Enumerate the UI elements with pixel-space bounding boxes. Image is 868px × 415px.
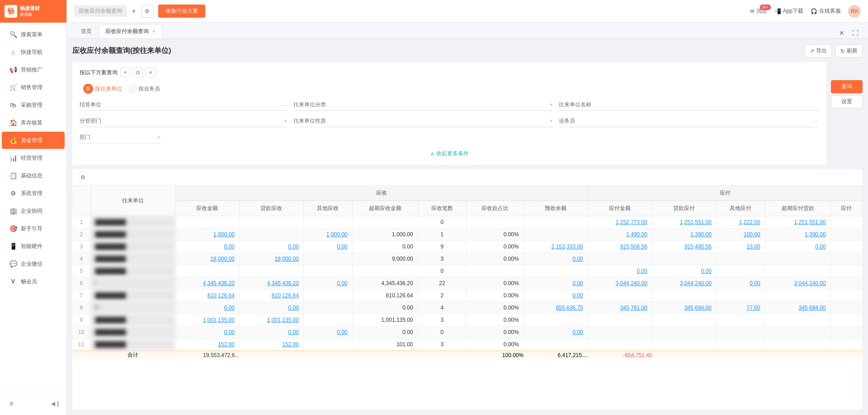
table-cell[interactable]: 915,495.56 [652, 241, 716, 253]
filter-group-partner[interactable]: 按 按往来单位 [80, 82, 126, 95]
filter-field-dept[interactable]: 分管部门 ▼ [80, 115, 288, 127]
filter-field-partner-name[interactable]: 往来单位名称 [559, 99, 819, 111]
table-cell[interactable]: 1,001,135.00 [239, 314, 303, 326]
export-button[interactable]: ↗ 导出 [805, 44, 832, 57]
table-cell[interactable]: 0.00 [524, 253, 588, 265]
topbar-dropdown-icon[interactable]: ▼ [131, 8, 137, 14]
sidebar-item-inventory[interactable]: 🏠 库存核算 [2, 114, 65, 131]
table-cell[interactable]: 915,508.56 [588, 241, 652, 253]
table-cell[interactable]: 1,251,551.00 [765, 216, 830, 229]
table-cell[interactable]: 0.00 [716, 277, 765, 290]
sidebar-item-vip[interactable]: V 畅会员 [2, 273, 65, 290]
user-avatar[interactable]: Rit [848, 5, 861, 18]
sidebar-item-finance[interactable]: 💰 资金管理 [2, 132, 65, 149]
tab-maximize-button[interactable]: ⛶ [850, 28, 861, 38]
messages-button[interactable]: ✉ 消息 99+ [750, 7, 767, 15]
table-cell[interactable]: 0.00 [239, 241, 303, 253]
filter-field-settlement[interactable]: 结算单位 ··· [80, 99, 288, 111]
total-rcv-loan [239, 351, 303, 359]
table-cell[interactable]: 3,044,240.00 [652, 277, 716, 290]
table-cell[interactable]: 3,044,240.00 [588, 277, 652, 290]
topbar-gear-button[interactable]: ⚙ [141, 5, 154, 18]
table-settings-icon[interactable]: ⚙ [78, 172, 88, 182]
user-name: Rit [851, 8, 858, 14]
sidebar-item-guide[interactable]: 🎯 新手引导 [2, 220, 65, 237]
table-cell[interactable]: 1,390.00 [765, 229, 830, 241]
solution-button[interactable]: 体验行业方案 [158, 5, 205, 18]
table-cell[interactable]: 810,126.64 [175, 290, 239, 302]
table-cell[interactable]: 0.00 [175, 326, 239, 339]
online-service-button[interactable]: 🎧 在线客服 [811, 7, 841, 15]
sidebar-item-management[interactable]: 📊 经营管理 [2, 149, 65, 167]
table-cell[interactable]: 77.00 [716, 302, 765, 314]
filter-group-salesperson[interactable]: ○ 按业务员 [126, 82, 164, 95]
table-cell[interactable]: 0.00 [652, 265, 716, 277]
sidebar-item-purchase[interactable]: 🛍 采购管理 [2, 96, 65, 114]
table-cell[interactable]: 0.00 [765, 241, 830, 253]
table-cell[interactable]: 1,000.00 [175, 229, 239, 241]
filter-field-department[interactable]: 部门 ▼ [80, 132, 161, 143]
refresh-button[interactable]: ↻ 刷新 [835, 44, 863, 57]
filter-field-partner-category[interactable]: 往来单位分类 ▼ [293, 99, 554, 111]
filter-field-partner-nature[interactable]: 往来单位性质 ▼ [293, 115, 554, 127]
table-cell[interactable]: 0.00 [524, 277, 588, 290]
filter-collapse-button[interactable]: ∧ 收起更多条件 [80, 148, 819, 159]
table-cell[interactable]: 1,490.00 [588, 229, 652, 241]
table-cell [830, 326, 862, 339]
table-cell[interactable]: 0.00 [303, 241, 352, 253]
tab-close-window-button[interactable]: ✕ [836, 28, 847, 38]
tab-home[interactable]: 首页 [74, 24, 99, 38]
filter-collapse-button[interactable]: « [146, 67, 156, 77]
table-cell[interactable]: 655,636.75 [524, 302, 588, 314]
table-cell[interactable]: 2,153,333.00 [524, 241, 588, 253]
app-download-button[interactable]: 📲 App下载 [774, 7, 803, 15]
table-cell[interactable]: 1,390.00 [652, 229, 716, 241]
table-cell[interactable]: 4,345,436.20 [175, 277, 239, 290]
table-cell[interactable]: 0.00 [303, 326, 352, 339]
sidebar-item-system[interactable]: ⚙ 系统管理 [2, 185, 65, 202]
table-cell[interactable]: 3,044,240.00 [765, 277, 830, 290]
table-cell[interactable]: 0.00 [303, 277, 352, 290]
tab-close-button[interactable]: × [151, 29, 156, 34]
table-cell[interactable]: 18,000.00 [239, 253, 303, 265]
table-cell[interactable]: 345,684.00 [652, 302, 716, 314]
table-cell[interactable]: 1,001,135.00 [175, 314, 239, 326]
sidebar-item-wechat[interactable]: 💬 企业微信 [2, 255, 65, 272]
sidebar-item-basic[interactable]: 📋 基础信息 [2, 167, 65, 184]
sidebar-item-device[interactable]: 📱 智能硬件 [2, 238, 65, 255]
filter-settings-button[interactable]: ⊙ [133, 67, 143, 77]
settings-button[interactable]: 设置 [831, 95, 863, 108]
sidebar-item-search[interactable]: 🔍 搜索菜单 [2, 26, 65, 43]
table-cell[interactable]: 1,222.00 [716, 216, 765, 229]
sidebar-settings-button[interactable]: ⚙ [5, 397, 18, 410]
table-cell[interactable]: 810,126.64 [239, 290, 303, 302]
table-cell[interactable]: 1,251,551.00 [652, 216, 716, 229]
tab-receivable[interactable]: 应收应付余额查询 × [99, 24, 163, 38]
table-cell[interactable]: 13.00 [716, 241, 765, 253]
table-scroll-wrapper[interactable]: 往来单位 应收 应付 应收金额 贷款应收 其他应收 超期应收金额 应收笔数 应收… [72, 186, 863, 410]
table-cell[interactable]: 0.00 [524, 326, 588, 339]
table-cell[interactable]: 152.00 [239, 339, 303, 351]
table-cell[interactable]: 0.00 [175, 302, 239, 314]
filter-add-button[interactable]: + [120, 67, 130, 77]
table-cell[interactable]: 1,000.00 [303, 229, 352, 241]
table-cell[interactable]: 18,000.00 [175, 253, 239, 265]
query-button[interactable]: 查询 [831, 80, 863, 93]
table-cell[interactable]: 4,345,436.20 [239, 277, 303, 290]
sidebar-item-marketing[interactable]: 📢 营销推广 [2, 61, 65, 78]
sidebar-item-shortcut[interactable]: ⌂ 快捷导航 [2, 43, 65, 61]
table-cell[interactable]: 152.00 [175, 339, 239, 351]
sidebar-collapse-button[interactable]: ◀ ‖ [48, 397, 62, 410]
filter-field-salesperson[interactable]: 业务员 ··· [559, 115, 819, 127]
table-cell[interactable]: 345,761.00 [588, 302, 652, 314]
table-cell[interactable]: 345,684.00 [765, 302, 830, 314]
sidebar-item-corp[interactable]: 🏢 企业协同 [2, 202, 65, 219]
table-cell[interactable]: 0.00 [524, 290, 588, 302]
table-cell[interactable]: 0.00 [239, 302, 303, 314]
table-cell[interactable]: 0.00 [588, 265, 652, 277]
table-cell[interactable]: 0.00 [239, 326, 303, 339]
table-cell[interactable]: 100.00 [716, 229, 765, 241]
sidebar-item-sales[interactable]: 🛒 销售管理 [2, 79, 65, 96]
table-cell[interactable]: 0.00 [175, 241, 239, 253]
table-cell[interactable]: 1,252,773.00 [588, 216, 652, 229]
